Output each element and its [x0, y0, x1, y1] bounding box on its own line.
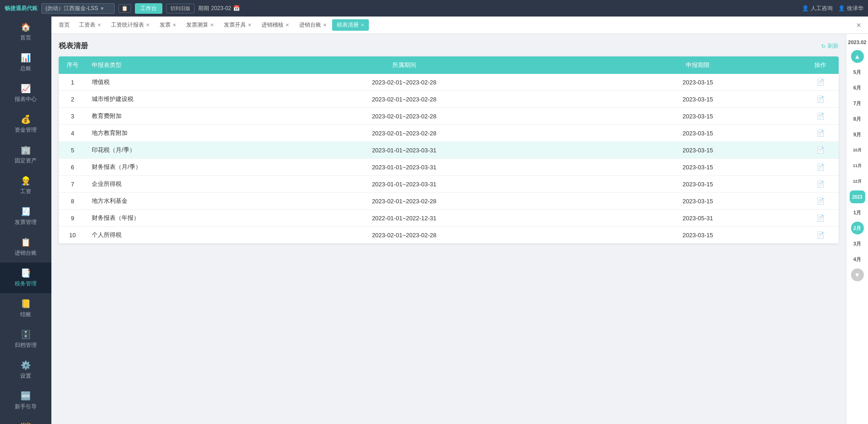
cell-action[interactable]: 📄 — [802, 176, 839, 193]
ai-consult[interactable]: 👤 人工咨询 — [802, 5, 833, 12]
cell-action[interactable]: 📄 — [802, 210, 839, 227]
panel-month-3[interactable]: 3月 — [846, 236, 868, 251]
tab-close-purchase-audit[interactable]: ✕ — [285, 22, 289, 28]
tab-close-invoice-open[interactable]: ✕ — [248, 22, 251, 28]
action-icon[interactable]: 📄 — [817, 146, 824, 154]
sidebar-item-invoice[interactable]: 🧾 发票管理 — [0, 201, 51, 232]
panel-scroll-up[interactable]: ▲ — [846, 49, 868, 64]
month-4-circle[interactable]: 4月 — [851, 253, 864, 266]
panel-month-6[interactable]: 6月 — [846, 80, 868, 95]
action-icon[interactable]: 📄 — [817, 231, 824, 239]
action-icon[interactable]: 📄 — [817, 214, 824, 222]
panel-month-11[interactable]: 11月 — [846, 158, 868, 173]
tab-invoice[interactable]: 发票 ✕ — [155, 19, 181, 31]
cell-action[interactable]: 📄 — [802, 108, 839, 125]
sidebar-item-purchase[interactable]: 📋 进销台账 — [0, 232, 51, 262]
tab-invoice-calc[interactable]: 发票测算 ✕ — [182, 19, 218, 31]
action-icon[interactable]: 📄 — [817, 95, 824, 103]
col-action: 操作 — [802, 56, 839, 74]
sidebar-item-assets[interactable]: 🏢 固定资产 — [0, 139, 51, 170]
tab-purchase-ledger[interactable]: 进销台账 ✕ — [295, 19, 331, 31]
app-logo: 畅捷通易代账 — [5, 5, 38, 12]
action-icon[interactable]: 📄 — [817, 180, 824, 188]
sidebar-item-guide[interactable]: 🆕 新手引导 — [0, 385, 51, 416]
archive-button[interactable]: 📋 — [118, 4, 131, 13]
panel-month-1[interactable]: 1月 — [846, 205, 868, 220]
sidebar-label-tax: 税务管理 — [15, 280, 37, 288]
sidebar-item-salary[interactable]: 👷 工资 — [0, 170, 51, 201]
switch-old-button[interactable]: 切到旧版 — [166, 4, 195, 13]
cell-action[interactable]: 📄 — [802, 159, 839, 176]
action-icon[interactable]: 📄 — [817, 129, 824, 137]
cell-deadline: 2023-03-15 — [594, 91, 802, 108]
tab-home[interactable]: 首页 — [55, 19, 73, 31]
sidebar-item-archive[interactable]: 🗄️ 归档管理 — [0, 324, 51, 355]
cell-action[interactable]: 📄 — [802, 193, 839, 210]
panel-month-4[interactable]: 4月 — [846, 251, 868, 267]
tab-purchase-audit[interactable]: 进销稽核 ✕ — [257, 19, 294, 31]
sidebar-item-report[interactable]: 📈 报表中心 — [0, 78, 51, 109]
cell-type: 增值税 — [86, 74, 215, 91]
panel-month-5[interactable]: 5月 — [846, 64, 868, 80]
sidebar-item-member[interactable]: 👑 畅会员 — [0, 416, 51, 424]
month-3-circle[interactable]: 3月 — [851, 237, 864, 250]
action-icon[interactable]: 📄 — [817, 197, 824, 205]
action-icon[interactable]: 📄 — [817, 112, 824, 120]
month-1-circle[interactable]: 1月 — [851, 206, 864, 219]
month-7-circle[interactable]: 7月 — [851, 97, 864, 110]
panel-scroll-down[interactable]: ▼ — [846, 267, 868, 283]
cell-action[interactable]: 📄 — [802, 125, 839, 142]
month-8-circle[interactable]: 8月 — [851, 112, 864, 125]
tab-tax-register[interactable]: 税表清册 ✕ — [332, 19, 369, 31]
month-12-circle[interactable]: 12月 — [851, 175, 864, 188]
cell-action[interactable]: 📄 — [802, 227, 839, 244]
sidebar-item-funds[interactable]: 💰 资金管理 — [0, 109, 51, 139]
panel-month-12[interactable]: 12月 — [846, 173, 868, 189]
cell-action[interactable]: 📄 — [802, 91, 839, 108]
sidebar-item-tax[interactable]: 📑 税务管理 — [0, 262, 51, 293]
table-row: 3 教育费附加 2023-02-01~2023-02-28 2023-03-15… — [59, 108, 839, 125]
calendar-icon[interactable]: 📅 — [233, 5, 240, 11]
panel-month-9[interactable]: 9月 — [846, 127, 868, 142]
close-all-tabs-button[interactable]: ✕ — [853, 21, 864, 30]
panel-month-8[interactable]: 8月 — [846, 111, 868, 127]
user-info[interactable]: 👤 徐泽华 — [838, 5, 863, 12]
month-10-circle[interactable]: 10月 — [851, 144, 864, 156]
month-5-circle[interactable]: 5月 — [851, 66, 864, 78]
tab-close-invoice-calc[interactable]: ✕ — [210, 22, 214, 28]
cell-no: 5 — [59, 142, 86, 159]
workbench-button[interactable]: 工作台 — [135, 3, 162, 14]
action-icon[interactable]: 📄 — [817, 163, 824, 171]
cell-action[interactable]: 📄 — [802, 142, 839, 159]
panel-month-10[interactable]: 10月 — [846, 142, 868, 158]
sidebar-item-ledger[interactable]: 📊 总账 — [0, 47, 51, 78]
action-icon[interactable]: 📄 — [817, 78, 824, 86]
panel-month-2[interactable]: 2月 — [846, 220, 868, 236]
sidebar-item-settings[interactable]: ⚙️ 设置 — [0, 355, 51, 385]
tab-close-invoice[interactable]: ✕ — [172, 22, 176, 28]
month-9-circle[interactable]: 9月 — [851, 128, 864, 141]
panel-month-7[interactable]: 7月 — [846, 95, 868, 111]
cell-action[interactable]: 📄 — [802, 74, 839, 91]
cell-period: 2023-01-01~2023-03-31 — [215, 176, 594, 193]
up-arrow-icon[interactable]: ▲ — [851, 50, 864, 63]
refresh-button[interactable]: ↻ 刷新 — [821, 42, 839, 50]
page-main: 税表清册 ↻ 刷新 序号 申报表类型 所属期间 申报期限 操作 — [51, 34, 846, 424]
month-2-circle[interactable]: 2月 — [851, 222, 864, 234]
company-selector[interactable]: (勿动）江西服金-LSS ▼ — [41, 3, 115, 14]
cell-no: 6 — [59, 159, 86, 176]
down-arrow-icon[interactable]: ▼ — [851, 268, 864, 281]
tab-salary-report[interactable]: 工资统计报表 ✕ — [106, 19, 154, 31]
month-11-circle[interactable]: 11月 — [851, 159, 864, 172]
sidebar-label-settings: 设置 — [20, 372, 31, 380]
tab-close-salary[interactable]: ✕ — [97, 22, 101, 28]
month-6-circle[interactable]: 6月 — [851, 81, 864, 94]
tab-close-salary-report[interactable]: ✕ — [146, 22, 150, 28]
ledger-icon: 📊 — [21, 53, 31, 63]
tab-salary-table[interactable]: 工资表 ✕ — [74, 19, 106, 31]
sidebar-item-close[interactable]: 📒 结账 — [0, 293, 51, 324]
sidebar-item-home[interactable]: 🏠 首页 — [0, 17, 51, 47]
tab-close-tax-register[interactable]: ✕ — [361, 22, 364, 28]
tab-invoice-open[interactable]: 发票开具 ✕ — [219, 19, 256, 31]
tab-close-purchase-ledger[interactable]: ✕ — [323, 22, 327, 28]
